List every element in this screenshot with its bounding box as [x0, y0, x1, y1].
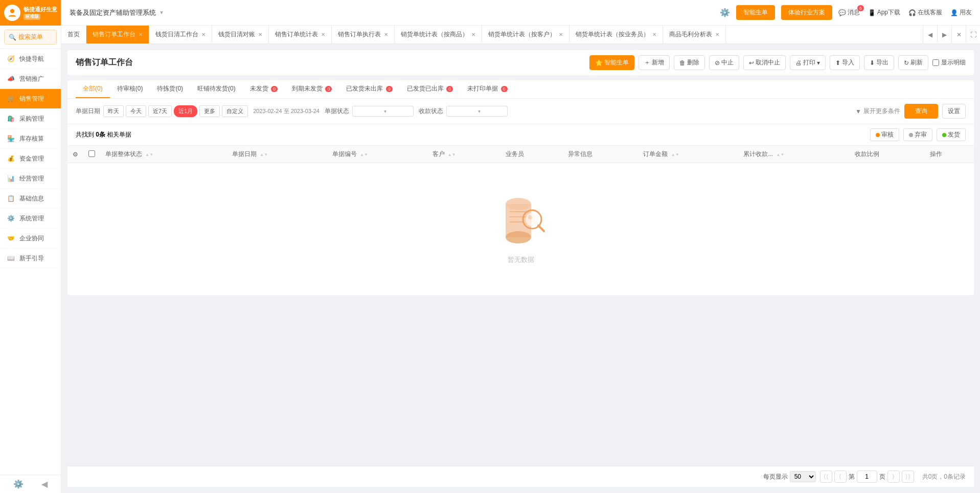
- next-page-button[interactable]: ⟩: [887, 470, 900, 483]
- collapse-icon[interactable]: ◀: [41, 479, 48, 489]
- sidebar-item-operations[interactable]: 📊 经营管理: [0, 169, 61, 189]
- settings-bottom-icon[interactable]: ⚙️: [13, 479, 24, 489]
- th-ratio[interactable]: 收款比例: [850, 146, 925, 163]
- system-dropdown-arrow[interactable]: ▼: [159, 10, 164, 15]
- th-salesperson[interactable]: 业务员: [500, 146, 563, 163]
- delete-button[interactable]: 🗑 删除: [674, 55, 705, 70]
- tab-close-icon[interactable]: ✕: [139, 32, 143, 37]
- tab-sales-by-product[interactable]: 销货单统计表（按商品） ✕: [395, 26, 482, 44]
- sidebar-item-marketing[interactable]: 📣 营销推广: [0, 69, 61, 89]
- tab-sales-exec[interactable]: 销售订单执行表 ✕: [332, 26, 395, 44]
- search-menu-button[interactable]: 🔍 搜索菜单: [4, 30, 57, 44]
- ship-button[interactable]: 发货: [937, 128, 966, 141]
- expand-conditions-button[interactable]: ▼ 展开更多条件: [855, 107, 900, 116]
- status-select[interactable]: ▾: [352, 106, 414, 117]
- tab-close-current-button[interactable]: ✕: [951, 26, 966, 44]
- tab-cash-reconcile[interactable]: 钱货日清对账 ✕: [212, 26, 269, 44]
- import-button[interactable]: ⬆ 导入: [830, 55, 860, 70]
- topbar-settings-icon[interactable]: ⚙️: [720, 8, 730, 17]
- add-button[interactable]: ＋ 新增: [639, 55, 670, 70]
- filter-tab-pending-pick[interactable]: 待拣货(0): [150, 80, 190, 98]
- tab-close-icon[interactable]: ✕: [201, 32, 206, 37]
- print-button[interactable]: 🖨 打印 ▾: [790, 55, 826, 70]
- per-page-select[interactable]: 10 20 50 100: [790, 471, 816, 482]
- tab-close-icon[interactable]: ✕: [471, 32, 475, 37]
- export-button[interactable]: ⬇ 导出: [864, 55, 894, 70]
- sidebar-item-sales[interactable]: 🛒 销售管理: [0, 89, 61, 109]
- filter-tab-shop-pending-ship[interactable]: 旺铺待发货(0): [190, 80, 243, 98]
- tab-close-icon[interactable]: ✕: [652, 32, 656, 37]
- select-all-checkbox[interactable]: [88, 150, 95, 157]
- show-detail-input[interactable]: [932, 59, 939, 66]
- cancel-stop-button[interactable]: ↩ 取消中止: [743, 55, 786, 70]
- th-cumulative[interactable]: 累计收款... ▲▼: [738, 146, 850, 163]
- tab-home[interactable]: 首页: [61, 26, 86, 44]
- plus-icon: ＋: [644, 58, 650, 67]
- th-settings[interactable]: ⚙: [67, 146, 83, 163]
- sidebar-item-quick-nav[interactable]: 🧭 快捷导航: [0, 49, 61, 69]
- filter-tab-all[interactable]: 全部(0): [76, 80, 110, 98]
- filter-tab-shipped-not-out[interactable]: 已发货未出库 0: [339, 80, 399, 98]
- th-overall-status[interactable]: 单据整体状态 ▲▼: [100, 146, 227, 163]
- date-custom-btn[interactable]: 自定义: [222, 105, 248, 117]
- page-number-input[interactable]: [857, 470, 877, 483]
- cancel-audit-button[interactable]: 弃审: [903, 128, 932, 141]
- tab-close-icon[interactable]: ✕: [559, 32, 563, 37]
- th-amount[interactable]: 订单金额 ▲▼: [638, 146, 738, 163]
- date-more-btn[interactable]: 更多: [199, 105, 220, 117]
- date-7days-btn[interactable]: 近7天: [148, 105, 172, 117]
- query-button[interactable]: 查询: [904, 104, 938, 119]
- last-page-button[interactable]: ⟩⟩: [902, 470, 914, 483]
- tab-cash-daily-workbench[interactable]: 钱货日清工作台 ✕: [149, 26, 212, 44]
- th-date[interactable]: 单据日期 ▲▼: [227, 146, 327, 163]
- th-number[interactable]: 单据编号 ▲▼: [327, 146, 427, 163]
- tab-label: 销货单统计表（按商品）: [401, 30, 468, 39]
- tab-scroll-right-button[interactable]: ▶: [937, 26, 951, 44]
- tab-close-icon[interactable]: ✕: [258, 32, 262, 37]
- filter-tab-unprinted[interactable]: 未打印单据 0: [460, 80, 514, 98]
- smart-create-button[interactable]: ⭐ 智能生单: [589, 55, 634, 70]
- filter-tab-shipped-out[interactable]: 已发货已出库 0: [400, 80, 460, 98]
- date-yesterday-btn[interactable]: 昨天: [103, 105, 124, 117]
- tab-sales-by-salesperson[interactable]: 销货单统计表（按业务员） ✕: [569, 26, 663, 44]
- th-checkbox[interactable]: [83, 146, 100, 163]
- tab-maximize-button[interactable]: ⛶: [966, 26, 980, 44]
- sidebar-item-inventory[interactable]: 🏪 库存核算: [0, 129, 61, 149]
- sidebar-item-guide[interactable]: 📖 新手引导: [0, 249, 61, 268]
- audit-button[interactable]: 审核: [870, 128, 899, 141]
- show-detail-checkbox[interactable]: 显示明细: [932, 58, 966, 67]
- solution-button[interactable]: 智能生单: [736, 5, 775, 20]
- tab-margin-analysis[interactable]: 商品毛利分析表 ✕: [663, 26, 726, 44]
- filter-tab-pending-review[interactable]: 待审核(0): [110, 80, 150, 98]
- sidebar-item-finance[interactable]: 💰 资金管理: [0, 149, 61, 169]
- sidebar-item-collab[interactable]: 🤝 企业协同: [0, 229, 61, 249]
- th-operation[interactable]: 操作: [925, 146, 974, 163]
- tab-sales-by-customer[interactable]: 销货单统计表（按客户） ✕: [482, 26, 569, 44]
- message-button[interactable]: 💬 消息 6: [838, 8, 860, 17]
- payment-select[interactable]: ▾: [446, 106, 508, 117]
- tab-close-icon[interactable]: ✕: [384, 32, 388, 37]
- tab-close-icon[interactable]: ✕: [715, 32, 719, 37]
- th-customer[interactable]: 客户 ▲▼: [427, 146, 501, 163]
- th-exception[interactable]: 异常信息: [563, 146, 639, 163]
- sidebar-item-purchase[interactable]: 🛍️ 采购管理: [0, 109, 61, 129]
- refresh-button[interactable]: ↻ 刷新: [898, 55, 928, 70]
- stop-button[interactable]: ⊘ 中止: [709, 55, 739, 70]
- tab-sales-order-workbench[interactable]: 销售订单工作台 ✕: [86, 26, 149, 44]
- filter-tab-overdue-unshipped[interactable]: 到期未发货 0: [285, 80, 339, 98]
- app-download-button[interactable]: 📱 App下载: [868, 8, 900, 17]
- tab-close-icon[interactable]: ✕: [321, 32, 325, 37]
- prev-page-button[interactable]: ⟨: [834, 470, 847, 483]
- experience-solution-button[interactable]: 体验行业方案: [781, 5, 832, 20]
- online-service-button[interactable]: 🎧 在线客服: [908, 8, 942, 17]
- settings-query-button[interactable]: 设置: [942, 104, 966, 119]
- sidebar-item-basic-info[interactable]: 📋 基础信息: [0, 189, 61, 209]
- date-today-btn[interactable]: 今天: [126, 105, 146, 117]
- sidebar-item-system[interactable]: ⚙️ 系统管理: [0, 209, 61, 229]
- date-1month-btn[interactable]: 近1月: [174, 105, 197, 117]
- first-page-button[interactable]: ⟨⟨: [820, 470, 832, 483]
- tab-scroll-left-button[interactable]: ◀: [923, 26, 937, 44]
- user-button[interactable]: 👤 用友: [950, 8, 972, 17]
- filter-tab-unshipped[interactable]: 未发货 0: [243, 80, 285, 98]
- tab-sales-stat[interactable]: 销售订单统计表 ✕: [269, 26, 332, 44]
